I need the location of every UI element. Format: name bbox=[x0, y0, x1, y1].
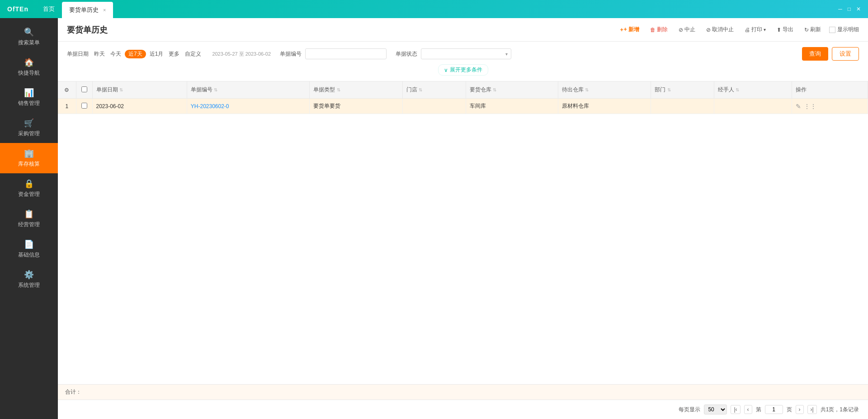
content-area: 要货单历史 + + 新增 🗑 删除 ⊘ 中止 ⊘ 取消中止 bbox=[58, 18, 868, 419]
sidebar-item-sys-mgmt[interactable]: ⚙️ 系统管理 bbox=[0, 264, 58, 295]
edit-action-icon[interactable]: ✎ bbox=[796, 103, 801, 110]
col-checkbox[interactable] bbox=[76, 81, 92, 99]
data-table: ⚙ 单据日期 ⇅ 单据编号 ⇅ bbox=[58, 81, 868, 114]
tab-home-label: 首页 bbox=[43, 5, 55, 13]
query-button[interactable]: 查询 bbox=[802, 47, 828, 61]
sidebar-item-label: 资金管理 bbox=[18, 190, 40, 198]
total-info: 共1页，1条记录 bbox=[821, 406, 859, 414]
pagination-bar: 每页显示 10 20 50 100 |‹ ‹ 第 页 › ›| 共1页，1条记录 bbox=[58, 400, 868, 419]
status-label: 单据状态 bbox=[396, 50, 417, 58]
table-settings-icon[interactable]: ⚙ bbox=[64, 87, 69, 93]
date-btn-custom[interactable]: 自定义 bbox=[183, 50, 203, 58]
status-select[interactable] bbox=[421, 48, 511, 59]
store-sort-icon[interactable]: ⇅ bbox=[419, 87, 422, 92]
page-suffix: 页 bbox=[787, 406, 792, 414]
row-req-warehouse: 车间库 bbox=[466, 99, 558, 114]
tab-requisition-history[interactable]: 要货单历史 × bbox=[62, 2, 113, 18]
page-size-select[interactable]: 10 20 50 100 bbox=[704, 405, 727, 414]
row-doc-type: 要货单要货 bbox=[310, 99, 403, 114]
table-spacer bbox=[58, 114, 868, 384]
doc-number-link[interactable]: YH-20230602-0 bbox=[191, 103, 229, 110]
suspend-icon: ⊘ bbox=[679, 27, 683, 33]
sidebar-item-label: 基础信息 bbox=[18, 251, 40, 259]
sidebar-item-quick-nav[interactable]: 🏠 快捷导航 bbox=[0, 52, 58, 82]
department-sort-icon[interactable]: ⇅ bbox=[667, 87, 671, 92]
refresh-button[interactable]: ↻ 刷新 bbox=[802, 24, 824, 35]
row-checkbox-cell[interactable] bbox=[76, 99, 92, 114]
main-layout: 🔍 搜索菜单 🏠 快捷导航 📊 销售管理 🛒 采购管理 🏢 库存核算 🔒 资金管… bbox=[0, 18, 868, 419]
sidebar-item-label: 快捷导航 bbox=[18, 69, 40, 77]
suspend-button[interactable]: ⊘ 中止 bbox=[676, 24, 698, 35]
row-checkbox[interactable] bbox=[81, 103, 87, 109]
total-label: 合计： bbox=[65, 389, 81, 395]
basic-info-icon: 📄 bbox=[24, 239, 34, 249]
print-dropdown-icon: ▾ bbox=[764, 27, 766, 32]
row-handler bbox=[714, 99, 792, 114]
row-num: 1 bbox=[58, 99, 76, 114]
last-page-button[interactable]: ›| bbox=[807, 405, 817, 414]
doc-number-sort-icon[interactable]: ⇅ bbox=[214, 87, 217, 92]
cancel-suspend-button[interactable]: ⊘ 取消中止 bbox=[703, 24, 736, 35]
cancel-suspend-icon: ⊘ bbox=[706, 27, 711, 33]
first-page-button[interactable]: |‹ bbox=[731, 405, 740, 414]
req-warehouse-sort-icon[interactable]: ⇅ bbox=[493, 87, 496, 92]
settings-button[interactable]: 设置 bbox=[832, 47, 859, 61]
date-btn-yesterday[interactable]: 昨天 bbox=[92, 50, 107, 58]
top-bar: OfTEn 首页 要货单历史 × ─ □ ✕ bbox=[0, 0, 868, 18]
expand-more-button[interactable]: ∨ 展开更多条件 bbox=[438, 64, 488, 76]
col-store: 门店 ⇅ bbox=[403, 81, 466, 99]
date-btn-7days[interactable]: 近7天 bbox=[125, 50, 146, 58]
delete-button[interactable]: 🗑 删除 bbox=[647, 24, 670, 35]
maximize-icon[interactable]: □ bbox=[848, 6, 851, 12]
doc-number-input[interactable] bbox=[305, 48, 387, 59]
date-btn-today[interactable]: 今天 bbox=[108, 50, 123, 58]
date-range-display: 2023-05-27 至 2023-06-02 bbox=[212, 51, 271, 57]
pending-warehouse-sort-icon[interactable]: ⇅ bbox=[585, 87, 589, 92]
print-button[interactable]: 🖨 打印 ▾ bbox=[742, 24, 769, 35]
tab-home[interactable]: 首页 bbox=[36, 0, 62, 18]
tab-close-icon[interactable]: × bbox=[103, 7, 106, 13]
page-title: 要货单历史 bbox=[67, 24, 108, 35]
page-label: 第 bbox=[756, 406, 761, 414]
doc-date-sort-icon[interactable]: ⇅ bbox=[119, 87, 123, 92]
prev-page-button[interactable]: ‹ bbox=[744, 405, 752, 414]
filter-actions: 查询 设置 bbox=[802, 47, 859, 61]
col-doc-number: 单据编号 ⇅ bbox=[187, 81, 310, 99]
sidebar-item-label: 经营管理 bbox=[18, 221, 40, 229]
new-button[interactable]: + + 新增 bbox=[618, 24, 642, 35]
sidebar-item-search-menu[interactable]: 🔍 搜索菜单 bbox=[0, 22, 58, 52]
sidebar-item-basic-info[interactable]: 📄 基础信息 bbox=[0, 234, 58, 264]
sidebar-item-finance-mgmt[interactable]: 🔒 资金管理 bbox=[0, 173, 58, 204]
date-filter-buttons: 昨天 今天 近7天 近1月 更多 自定义 bbox=[92, 50, 203, 58]
date-btn-more[interactable]: 更多 bbox=[167, 50, 181, 58]
toolbar: + + 新增 🗑 删除 ⊘ 中止 ⊘ 取消中止 🖨 打印 bbox=[618, 24, 859, 35]
select-all-checkbox[interactable] bbox=[81, 86, 87, 92]
sidebar-item-purchase-mgmt[interactable]: 🛒 采购管理 bbox=[0, 113, 58, 143]
filter-area: 单据日期 昨天 今天 近7天 近1月 更多 自定义 2023-05-27 至 2… bbox=[58, 42, 868, 81]
handler-sort-icon[interactable]: ⇅ bbox=[736, 87, 739, 92]
table-header: ⚙ 单据日期 ⇅ 单据编号 ⇅ bbox=[58, 81, 868, 99]
page-number-input[interactable] bbox=[765, 405, 783, 414]
page-size-label: 每页显示 bbox=[679, 406, 700, 414]
row-doc-number[interactable]: YH-20230602-0 bbox=[187, 99, 310, 114]
col-settings[interactable]: ⚙ bbox=[58, 81, 76, 99]
date-btn-1month[interactable]: 近1月 bbox=[148, 50, 165, 58]
doc-type-sort-icon[interactable]: ⇅ bbox=[337, 87, 340, 92]
col-pending-warehouse: 待出仓库 ⇅ bbox=[558, 81, 651, 99]
expand-more-row: ∨ 展开更多条件 bbox=[67, 64, 859, 76]
sidebar-item-sales-mgmt[interactable]: 📊 销售管理 bbox=[0, 82, 58, 113]
minimize-icon[interactable]: ─ bbox=[838, 6, 842, 12]
more-action-icon[interactable]: ⋮⋮ bbox=[804, 103, 816, 110]
next-page-button[interactable]: › bbox=[796, 405, 804, 414]
show-detail-button[interactable]: 显示明细 bbox=[829, 26, 859, 33]
sidebar-item-ops-mgmt[interactable]: 📋 经营管理 bbox=[0, 204, 58, 234]
page-header: 要货单历史 + + 新增 🗑 删除 ⊘ 中止 ⊘ 取消中止 bbox=[58, 18, 868, 42]
finance-icon: 🔒 bbox=[24, 179, 34, 189]
date-filter-label: 单据日期 bbox=[67, 50, 89, 58]
table-footer: 合计： bbox=[58, 384, 868, 400]
show-detail-checkbox[interactable] bbox=[829, 27, 835, 33]
export-icon: ⬆ bbox=[777, 27, 781, 33]
export-button[interactable]: ⬆ 导出 bbox=[774, 24, 796, 35]
sidebar-item-inventory-calc[interactable]: 🏢 库存核算 bbox=[0, 143, 58, 173]
close-window-icon[interactable]: ✕ bbox=[856, 6, 861, 12]
